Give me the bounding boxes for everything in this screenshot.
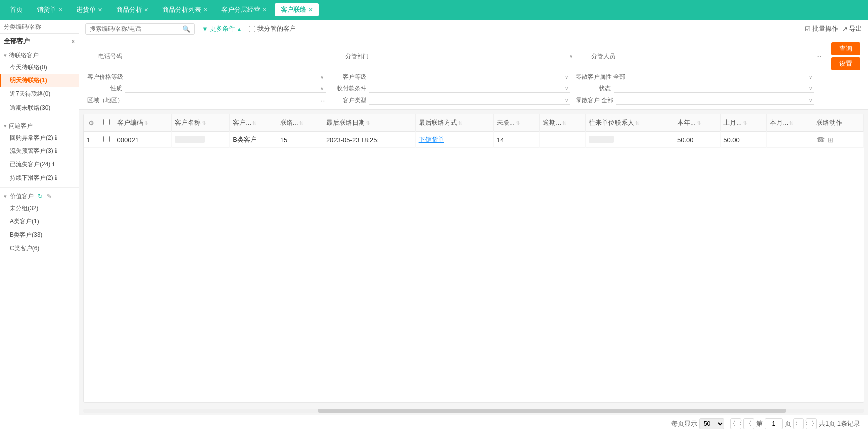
sort-icon-no-contact[interactable]: ⇅ [516, 120, 520, 126]
filter-customer-type-select[interactable]: ∨ [369, 97, 570, 105]
search-input[interactable] [90, 25, 180, 32]
filter-scatter-customer-select[interactable]: ∨ [616, 97, 814, 105]
nav-customer-segment[interactable]: 客户分层经营 ✕ [216, 3, 273, 16]
row-checkbox[interactable] [103, 136, 110, 142]
my-customer-checkbox[interactable] [249, 26, 255, 32]
nav-close-product-analysis[interactable]: ✕ [144, 7, 148, 13]
filter-status-select[interactable]: ∨ [614, 85, 814, 93]
sort-icon-type[interactable]: ⇅ [252, 120, 256, 126]
gear-icon[interactable]: ⚙ [88, 119, 94, 127]
sort-icon-method[interactable]: ⇅ [458, 120, 462, 126]
more-filter-button[interactable]: ▼ 更多条件 ▲ [199, 23, 245, 35]
nav-close-sales-order[interactable]: ✕ [58, 7, 63, 13]
batch-operation-button[interactable]: ☑ 批量操作 [805, 24, 838, 33]
sidebar-group-value[interactable]: 价值客户 ↻ ✎ [0, 190, 79, 202]
row-name [172, 132, 230, 148]
th-unit-contact: 往来单位联系人⇅ [586, 114, 674, 132]
content-area: 🔍 ▼ 更多条件 ▲ 我分管的客户 ☑ 批量操作 ↗ 导出 [79, 20, 868, 432]
filter-payment-select[interactable]: ∨ [369, 85, 570, 93]
nav-close-customer-contact[interactable]: ✕ [308, 7, 313, 13]
nav-close-purchase-order[interactable]: ✕ [98, 7, 102, 13]
filter-price-level-label: 客户价格等级 [87, 73, 123, 81]
value-edit-icon[interactable]: ✎ [47, 193, 52, 200]
toolbar-search-icon[interactable]: 🔍 [182, 25, 190, 33]
filter-dept-label: 分管部门 [334, 52, 369, 61]
action-more-icon[interactable]: ⊞ [828, 136, 834, 144]
filter-manager-dots[interactable]: ··· [816, 53, 821, 60]
nav-customer-contact[interactable]: 客户联络 ✕ [275, 3, 319, 16]
contact-method-link[interactable]: 下销货单 [419, 136, 444, 143]
first-page-button[interactable]: 〈〈 [730, 418, 741, 429]
filter-customer-level-select[interactable]: ∨ [369, 73, 570, 81]
filter-dept-select[interactable]: ∨ [372, 52, 575, 60]
filter-phone-input[interactable] [125, 52, 328, 61]
nav-sales-order[interactable]: 销货单 ✕ [31, 3, 69, 16]
customer-table: ⚙ 客户编码⇅ 客户名称⇅ 客户...⇅ [84, 114, 864, 148]
sidebar-item-overdue[interactable]: 逾期未联络(30) [0, 101, 79, 115]
nav-close-product-analysis-list[interactable]: ✕ [203, 7, 208, 13]
th-type: 客户...⇅ [230, 114, 277, 132]
row-last-contact-date: 2023-05-23 18:25: [323, 132, 415, 148]
row-last-contact-method: 下销货单 [415, 132, 493, 148]
sort-icon-overdue[interactable]: ⇅ [562, 120, 566, 126]
value-refresh-icon[interactable]: ↻ [38, 193, 43, 200]
page-input[interactable] [765, 418, 783, 429]
sidebar-item-churned[interactable]: 已流失客户(24) ℹ [0, 158, 79, 171]
horizontal-scrollbar[interactable] [83, 409, 864, 413]
th-no-contact: 未联...⇅ [493, 114, 539, 132]
export-button[interactable]: ↗ 导出 [842, 24, 862, 33]
filter-manager-input[interactable] [618, 52, 813, 61]
sidebar-item-7days[interactable]: 近7天待联络(0) [0, 87, 79, 101]
sort-icon-code[interactable]: ⇅ [144, 120, 148, 126]
per-page-select[interactable]: 50 100 200 [699, 418, 724, 429]
query-button[interactable]: 查询 [831, 42, 860, 55]
sort-icon-year[interactable]: ⇅ [697, 120, 701, 126]
filter-nature-select[interactable]: ∨ [125, 85, 326, 93]
action-phone-icon[interactable]: ☎ [816, 136, 825, 144]
sidebar-item-tomorrow[interactable]: 明天待联络(1) [0, 74, 79, 87]
filter-dept: 分管部门 ∨ [334, 52, 575, 61]
sidebar-item-ungrouped[interactable]: 未分组(32) [0, 202, 79, 215]
row-settings: 1 [84, 132, 99, 148]
sidebar-item-c-class[interactable]: C类客户(6) [0, 242, 79, 255]
collapse-icon: « [72, 38, 75, 45]
th-code: 客户编码⇅ [114, 114, 172, 132]
filter-status-label: 状态 [576, 84, 611, 93]
sort-icon-this-month[interactable]: ⇅ [789, 120, 793, 126]
sidebar-item-a-class[interactable]: A类客户(1) [0, 215, 79, 228]
sidebar-group-pending[interactable]: 待联络客户 [0, 49, 79, 61]
sort-icon-name[interactable]: ⇅ [202, 120, 206, 126]
filter-price-level-select[interactable]: ∨ [126, 73, 326, 81]
next-page-button[interactable]: 〉 [793, 418, 804, 429]
select-all-checkbox[interactable] [103, 119, 110, 125]
scrollbar-thumb[interactable] [318, 409, 786, 413]
sidebar-item-b-class[interactable]: B类客户(33) [0, 228, 79, 242]
filter-scatter-customer: 零散客户 全部 ∨ [576, 96, 814, 105]
sidebar-item-declining[interactable]: 持续下滑客户(2) ℹ [0, 171, 79, 185]
all-customers-header[interactable]: 全部客户 « [0, 34, 79, 49]
sort-icon-date[interactable]: ⇅ [366, 120, 370, 126]
sort-icon-unit[interactable]: ⇅ [635, 120, 639, 126]
sidebar-item-churn-warning[interactable]: 流失预警客户(3) ℹ [0, 144, 79, 158]
nav-product-analysis-list[interactable]: 商品分析列表 ✕ [156, 3, 214, 16]
sort-icon-last-month[interactable]: ⇅ [743, 120, 747, 126]
prev-page-button[interactable]: 〈 [743, 418, 754, 429]
nav-home[interactable]: 首页 [4, 3, 29, 16]
filter-scatter-attr-chevron: ∨ [809, 74, 812, 80]
nav-close-customer-segment[interactable]: ✕ [262, 7, 267, 13]
filter-phone: 电话号码 [87, 52, 328, 61]
sidebar-item-repurchase-abnormal[interactable]: 回购异常客户(2) ℹ [0, 131, 79, 144]
filter-scatter-attr-select[interactable]: ∨ [628, 73, 814, 81]
last-page-button[interactable]: 〉〉 [806, 418, 817, 429]
setting-button[interactable]: 设置 [831, 57, 860, 70]
row-this-month [767, 132, 813, 148]
sidebar-group-problem[interactable]: 问题客户 [0, 119, 79, 131]
nav-product-analysis[interactable]: 商品分析 ✕ [110, 3, 154, 16]
sidebar-search-input[interactable] [4, 23, 78, 30]
filter-region-dots[interactable]: ··· [321, 97, 326, 104]
filter-region-input[interactable] [126, 96, 318, 105]
sort-icon-contact[interactable]: ⇅ [299, 120, 303, 126]
nav-purchase-order[interactable]: 进货单 ✕ [71, 3, 108, 16]
filter-status: 状态 ∨ [576, 84, 814, 93]
sidebar-item-today[interactable]: 今天待联络(0) [0, 61, 79, 74]
